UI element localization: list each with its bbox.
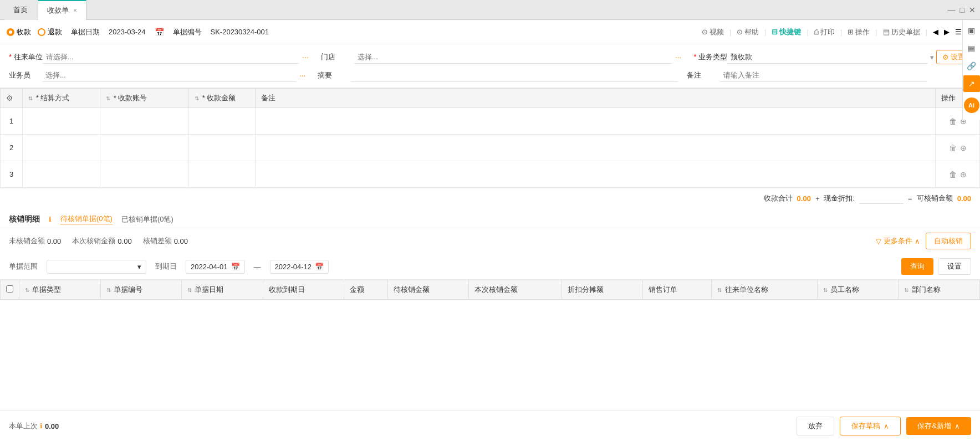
shortcut-icon: ⊟ [772, 28, 778, 36]
tab-close-icon[interactable]: × [73, 7, 77, 14]
query-btn[interactable]: 查询 [901, 258, 933, 275]
tab-receipt[interactable]: 收款单 × [38, 0, 86, 20]
main-content: 收款 退款 单据日期 2023-03-24 📅 单据编号 SK-20230324… [0, 20, 980, 441]
shortcut-btn[interactable]: ⊟ 快捷键 [772, 27, 801, 37]
row3-delete-icon[interactable]: 🗑 [949, 170, 957, 179]
table-row: 3 🗑 ⊕ [1, 161, 980, 188]
table-row: 2 🗑 ⊕ [1, 135, 980, 161]
range-select[interactable]: ▾ [47, 260, 146, 274]
row2-copy-icon[interactable]: ⊕ [960, 143, 967, 152]
help-btn[interactable]: ⊙ 帮助 [737, 27, 759, 37]
chevron-up-icon: ∧ [915, 237, 920, 245]
select-all-checkbox[interactable] [6, 285, 13, 293]
draft-btn[interactable]: 保存草稿 ∧ [840, 417, 901, 435]
nav-left-icon[interactable]: ◀ [933, 28, 938, 36]
filter-settings-btn[interactable]: 设置 [938, 258, 971, 275]
col-sales-order-header: 销售订单 [643, 280, 712, 300]
verification-table: ⇅ 单据类型 ⇅ 单据编号 ⇅ 单据日期 收款到期日 金 [0, 280, 980, 300]
bottom-stat-value: 0.00 [45, 422, 59, 430]
counterpart-input[interactable] [43, 50, 299, 64]
radio-refund-indicator [38, 28, 45, 36]
toolbar-right: ⊙ 视频 | ⊙ 帮助 | ⊟ 快捷键 | ⎙ 打印 | ⊞ 操作 | [702, 27, 973, 37]
date-value[interactable]: 2023-03-24 [109, 28, 146, 36]
sidebar-icon-4[interactable]: ↗ [963, 75, 980, 92]
tab-home[interactable]: 首页 [4, 0, 37, 20]
verification-title: 核销明细 [9, 214, 40, 224]
counterpart-group: 往来单位 ··· [9, 50, 312, 64]
business-type-label: 业务类型 [693, 52, 727, 62]
form-row-1: 往来单位 ··· 门店 ··· 业务类型 ▾ ⚙ 设置 [9, 50, 971, 64]
tab-bar: 首页 收款单 × — □ ✕ [0, 0, 980, 20]
business-type-input[interactable] [727, 50, 928, 64]
table-gear-icon[interactable]: ⚙ [6, 94, 13, 102]
date-from-input[interactable]: 2022-04-01 📅 [186, 260, 245, 274]
business-type-chevron[interactable]: ▾ [928, 53, 936, 61]
due-date-label: 到期日 [155, 261, 177, 271]
radio-refund[interactable]: 退款 [38, 27, 62, 37]
sales-label: 业务员 [9, 70, 42, 80]
bottom-stat-info-icon[interactable]: ℹ [40, 422, 43, 430]
date-to-value: 2022-04-12 [275, 263, 312, 271]
sales-more-icon[interactable]: ··· [296, 71, 309, 80]
close-icon[interactable]: ✕ [969, 6, 976, 14]
notes-input[interactable] [720, 69, 927, 82]
save-btn[interactable]: 保存&新增 ∧ [906, 417, 971, 435]
minimize-icon[interactable]: — [948, 6, 956, 14]
radio-receipt-label: 收款 [17, 27, 31, 37]
counterpart-more-icon[interactable]: ··· [299, 53, 312, 61]
radio-refund-label: 退款 [48, 27, 62, 37]
history-btn[interactable]: ▤ 历史单据 [883, 27, 920, 37]
video-icon: ⊙ [702, 28, 708, 36]
form-row-2: 业务员 ··· 摘要 备注 [9, 69, 971, 82]
col-number-header: ⇅ 单据编号 [100, 280, 182, 300]
sidebar-icon-2[interactable]: ▤ [963, 40, 980, 57]
sales-input[interactable] [42, 69, 296, 82]
ai-badge[interactable]: Ai [964, 98, 979, 113]
save-chevron-icon: ∧ [955, 422, 960, 430]
sidebar-icon-3[interactable]: 🔗 [963, 58, 980, 74]
form-section: 往来单位 ··· 门店 ··· 业务类型 ▾ ⚙ 设置 业 [0, 44, 980, 88]
sidebar-icon-1[interactable]: ▣ [963, 22, 980, 39]
radio-receipt[interactable]: 收款 [7, 27, 31, 37]
history-icon: ▤ [883, 28, 890, 36]
tab-pending[interactable]: 待核销单据(0笔) [60, 214, 113, 224]
diff-value: 0.00 [174, 237, 188, 245]
video-btn[interactable]: ⊙ 视频 [702, 27, 724, 37]
operation-btn[interactable]: ⊞ 操作 [848, 27, 870, 37]
date-to-input[interactable]: 2022-04-12 📅 [270, 260, 329, 274]
auto-verify-btn[interactable]: 自动核销 [926, 233, 971, 249]
tab-done[interactable]: 已核销单据(0笔) [121, 214, 173, 224]
grid-icon[interactable]: ☰ [955, 28, 962, 36]
more-filter-btn[interactable]: ▽ 更多条件 ∧ [876, 236, 920, 246]
number-value[interactable]: SK-20230324-001 [211, 28, 269, 36]
this-verify-label: 本次核销金额 [72, 236, 115, 246]
col-note-header: 备注 [256, 89, 936, 108]
row3-copy-icon[interactable]: ⊕ [960, 170, 967, 179]
verification-info-icon[interactable]: ℹ [49, 216, 52, 223]
maximize-icon[interactable]: □ [960, 6, 964, 14]
store-label: 门店 [321, 52, 354, 62]
summary-group: 摘要 [318, 69, 678, 82]
store-more-icon[interactable]: ··· [672, 53, 685, 61]
row2-delete-icon[interactable]: 🗑 [949, 143, 957, 152]
calendar-icon[interactable]: 📅 [155, 28, 164, 37]
col-account-header: ⇅ * 收款账号 [100, 89, 189, 108]
col-date-header: ⇅ 单据日期 [182, 280, 263, 300]
total-label: 收款合计 [764, 193, 793, 203]
abandon-btn[interactable]: 放弃 [797, 417, 834, 435]
date-sep: — [254, 263, 261, 271]
col-counterpart-header: ⇅ 往来单位名称 [712, 280, 818, 300]
store-input[interactable] [354, 50, 672, 64]
discount-label: 现金折扣: [824, 193, 855, 203]
settings-gear-icon: ⚙ [942, 53, 949, 61]
nav-right-icon[interactable]: ▶ [944, 28, 950, 36]
discount-input[interactable] [859, 193, 904, 204]
equals-symbol: = [908, 194, 912, 203]
print-btn[interactable]: ⎙ 打印 [814, 27, 835, 37]
bottom-bar-right: 放弃 保存草稿 ∧ 保存&新增 ∧ [797, 417, 971, 435]
calendar-from-icon: 📅 [231, 263, 240, 271]
row1-delete-icon[interactable]: 🗑 [949, 117, 957, 126]
calendar-to-icon: 📅 [315, 263, 324, 271]
summary-input[interactable] [351, 69, 678, 82]
diff-label: 核销差额 [143, 236, 172, 246]
